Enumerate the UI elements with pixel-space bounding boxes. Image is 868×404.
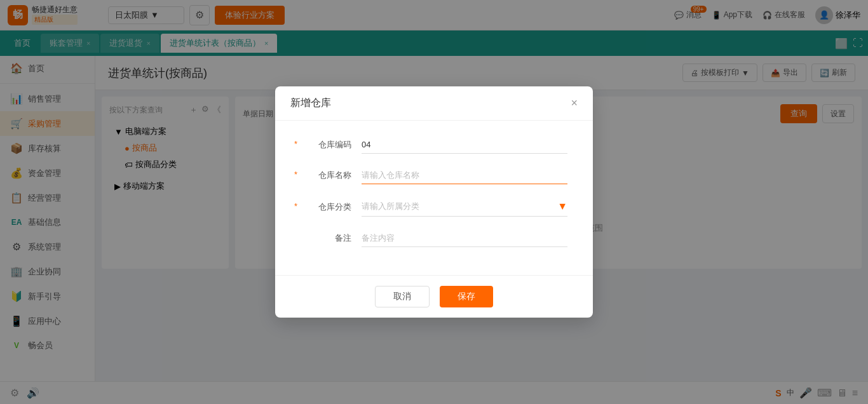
modal-title: 新增仓库 xyxy=(290,97,331,110)
remark-label: 备注 xyxy=(301,232,351,244)
remark-input[interactable] xyxy=(362,229,567,247)
name-input[interactable] xyxy=(362,166,567,184)
name-label: 仓库名称 xyxy=(301,170,351,181)
form-row-remark: 备注 xyxy=(301,229,567,247)
form-row-code: 仓库编码 xyxy=(301,136,567,154)
modal-body: 仓库编码 仓库名称 仓库分类 请输入所属分类 ▼ 备注 xyxy=(275,121,593,275)
category-label: 仓库分类 xyxy=(301,201,351,213)
category-arrow-icon: ▼ xyxy=(557,201,567,212)
category-select[interactable]: 请输入所属分类 ▼ xyxy=(362,197,567,217)
modal-header: 新增仓库 × xyxy=(275,86,593,121)
cancel-button[interactable]: 取消 xyxy=(375,286,430,307)
code-label: 仓库编码 xyxy=(301,139,351,151)
modal-footer: 取消 保存 xyxy=(275,275,593,318)
modal-close-button[interactable]: × xyxy=(571,97,578,110)
modal-backdrop: 新增仓库 × 仓库编码 仓库名称 仓库分类 请输入所属分类 ▼ xyxy=(0,0,868,404)
code-input[interactable] xyxy=(362,136,567,154)
form-row-category: 仓库分类 请输入所属分类 ▼ xyxy=(301,197,567,217)
save-button[interactable]: 保存 xyxy=(440,286,493,307)
category-placeholder: 请输入所属分类 xyxy=(362,201,419,212)
new-warehouse-modal: 新增仓库 × 仓库编码 仓库名称 仓库分类 请输入所属分类 ▼ xyxy=(275,86,593,318)
form-row-name: 仓库名称 xyxy=(301,166,567,184)
